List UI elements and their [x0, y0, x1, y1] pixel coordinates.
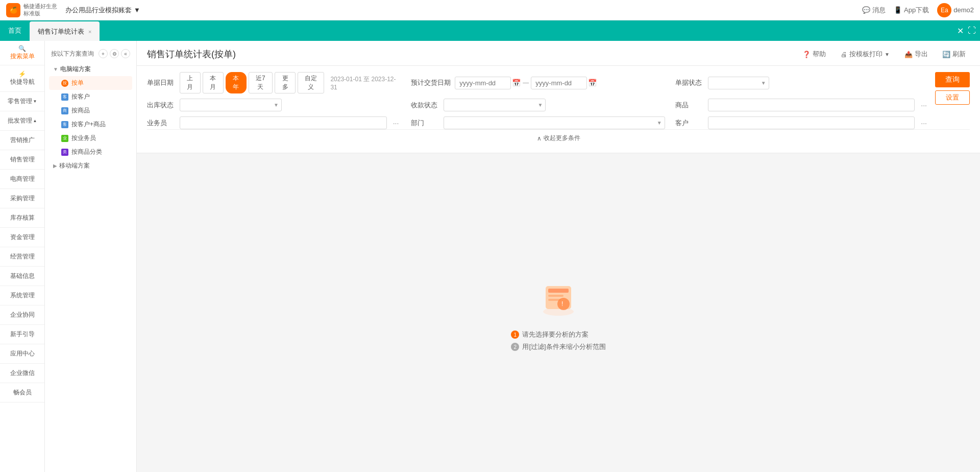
- payment-select[interactable]: [444, 99, 546, 111]
- query-button[interactable]: 查询: [935, 72, 970, 87]
- date-range-group: 上月 本月 本年 近7天 更多 自定义: [180, 72, 324, 93]
- help-button[interactable]: ❓ 帮助: [798, 48, 830, 61]
- sidebar: 🔍 搜索菜单 ⚡ 快捷导航 零售管理 批发管理 营销推广 销售管理 电商管理 采…: [0, 41, 45, 472]
- sidebar-item-sales[interactable]: 销售管理: [0, 150, 44, 170]
- date-input-group: 📅 — 📅: [455, 77, 597, 89]
- date-btn-more[interactable]: 更多: [275, 72, 296, 93]
- sidebar-item-retail[interactable]: 零售管理: [0, 92, 44, 111]
- print-button[interactable]: 🖨 按模板打印 ▼: [836, 47, 894, 61]
- svg-rect-2: [548, 289, 569, 293]
- sidebar-item-system[interactable]: 系统管理: [0, 286, 44, 305]
- date-btn-this-month[interactable]: 本月: [203, 72, 224, 93]
- department-label: 部门: [411, 119, 439, 128]
- expected-date-end[interactable]: [531, 77, 587, 89]
- tree-parent-pc[interactable]: ▼ 电脑端方案: [49, 62, 132, 76]
- collapse-bar[interactable]: ∧ 收起更多条件: [147, 129, 970, 147]
- sidebar-item-quicknav[interactable]: ⚡ 快捷导航: [0, 65, 44, 92]
- filter-status-section: 单据状态 ▼: [665, 77, 929, 89]
- sidebar-item-enterprise[interactable]: 企业协同: [0, 305, 44, 325]
- customer-more-button[interactable]: ···: [919, 119, 929, 127]
- salesperson-more-button[interactable]: ···: [391, 119, 401, 127]
- status-select[interactable]: [708, 77, 769, 89]
- tab-bar: 首页 销售订单统计表 × ✕ ⛶: [0, 20, 980, 41]
- date-btn-7days[interactable]: 近7天: [249, 72, 273, 93]
- salesperson-input[interactable]: [180, 116, 387, 129]
- tree-item-by-category[interactable]: 类 按商品分类: [49, 145, 132, 159]
- left-panel-icons: + ⚙ «: [99, 49, 130, 58]
- top-bar: 🍊 畅捷通好生意 标准版 办公用品行业模拟账套 ▼ 💬 消息 📱 App下载 E…: [0, 0, 980, 20]
- scheme-icon-customer: 客: [61, 93, 68, 101]
- tree-item-label: 按客户+商品: [71, 120, 106, 129]
- filter-delivery-section: 出库状态 ▼: [147, 99, 401, 111]
- delivery-select[interactable]: [180, 99, 282, 111]
- page-header-actions: ❓ 帮助 🖨 按模板打印 ▼ 📤 导出 🔄 刷新: [798, 47, 970, 61]
- tab-close-icon[interactable]: ×: [88, 29, 91, 35]
- expected-date-start[interactable]: [455, 77, 511, 89]
- print-dropdown-icon: ▼: [885, 52, 890, 57]
- collapse-panel-button[interactable]: «: [121, 49, 130, 58]
- add-scheme-button[interactable]: +: [99, 49, 108, 58]
- tree-collapse-icon: ▶: [53, 163, 57, 169]
- tree-item-label: 按业务员: [71, 134, 96, 143]
- date-btn-this-year[interactable]: 本年: [226, 72, 247, 93]
- calendar-icon-start[interactable]: 📅: [512, 79, 521, 87]
- tab-active[interactable]: 销售订单统计表 ×: [30, 21, 100, 42]
- sidebar-item-search[interactable]: 🔍 搜索菜单: [0, 41, 44, 65]
- calendar-icon-end[interactable]: 📅: [588, 79, 597, 87]
- settings-scheme-button[interactable]: ⚙: [110, 49, 119, 58]
- empty-icon: !: [533, 271, 584, 322]
- filter-row-2: 出库状态 ▼ 收款状态: [147, 99, 929, 111]
- sidebar-item-finance[interactable]: 资金管理: [0, 228, 44, 247]
- tree-item-by-salesperson[interactable]: 业 按业务员: [49, 131, 132, 145]
- sidebar-item-operations[interactable]: 经营管理: [0, 247, 44, 267]
- window-close-icon[interactable]: ✕: [957, 26, 964, 36]
- tree-item-by-order[interactable]: 按 按单: [49, 76, 132, 90]
- sidebar-item-appcenter[interactable]: 应用中心: [0, 344, 44, 364]
- filter-date-section: 单据日期 上月 本月 本年 近7天 更多 自定义 2023-01-01 至 20…: [147, 72, 401, 93]
- sidebar-item-basic[interactable]: 基础信息: [0, 267, 44, 286]
- sidebar-item-wechat[interactable]: 企业微信: [0, 364, 44, 383]
- sidebar-item-marketing[interactable]: 营销推广: [0, 131, 44, 150]
- tab-bar-right: ✕ ⛶: [957, 26, 980, 36]
- refresh-button[interactable]: 🔄 刷新: [938, 48, 970, 61]
- tab-home[interactable]: 首页: [0, 20, 30, 41]
- export-button[interactable]: 📤 导出: [900, 48, 932, 61]
- tree-item-label: 按商品分类: [71, 148, 102, 156]
- sidebar-item-inventory[interactable]: 库存核算: [0, 208, 44, 228]
- tree-item-by-customer-goods[interactable]: 客 按客户+商品: [49, 117, 132, 131]
- message-button[interactable]: 💬 消息: [862, 6, 886, 15]
- status-select-wrapper: ▼: [708, 77, 769, 89]
- tree-parent-mobile[interactable]: ▶ 移动端方案: [49, 159, 132, 173]
- tree-parent-label-pc: 电脑端方案: [60, 65, 91, 74]
- tree-item-by-goods[interactable]: 商 按商品: [49, 104, 132, 117]
- expected-date-label: 预计交货日期: [411, 78, 451, 87]
- sidebar-item-ecommerce[interactable]: 电商管理: [0, 170, 44, 189]
- user-menu[interactable]: Ea demo2: [937, 3, 974, 17]
- tree-item-by-customer[interactable]: 客 按客户: [49, 90, 132, 104]
- tip-number-1: 1: [511, 331, 519, 339]
- customer-label: 客户: [675, 119, 704, 128]
- settings-button[interactable]: 设置: [935, 90, 970, 105]
- tree-item-label: 按单: [71, 79, 84, 87]
- collapse-up-icon: ∧: [537, 135, 542, 142]
- window-maximize-icon[interactable]: ⛶: [968, 26, 976, 35]
- app-download-button[interactable]: 📱 App下载: [894, 6, 929, 15]
- page-title: 销售订单统计表(按单): [147, 48, 236, 60]
- message-icon: 💬: [862, 6, 870, 14]
- sidebar-item-wholesale[interactable]: 批发管理: [0, 111, 44, 131]
- date-btn-last-month[interactable]: 上月: [180, 72, 201, 93]
- tip-text-1: 请先选择要分析的方案: [522, 330, 589, 339]
- date-btn-custom[interactable]: 自定义: [298, 72, 324, 93]
- filter-action-buttons: 查询 设置: [935, 72, 970, 129]
- sidebar-item-purchase[interactable]: 采购管理: [0, 189, 44, 208]
- customer-input[interactable]: [708, 116, 915, 129]
- collapse-text: 收起更多条件: [544, 134, 580, 143]
- goods-more-button[interactable]: ···: [919, 101, 929, 109]
- department-select[interactable]: [444, 116, 665, 129]
- page-header: 销售订单统计表(按单) ❓ 帮助 🖨 按模板打印 ▼ 📤 导出: [137, 41, 980, 66]
- sidebar-item-member[interactable]: 畅会员: [0, 383, 44, 403]
- sidebar-item-newuser[interactable]: 新手引导: [0, 325, 44, 344]
- workspace-selector[interactable]: 办公用品行业模拟账套 ▼: [61, 4, 144, 17]
- logo-text: 畅捷通好生意 标准版: [23, 3, 57, 16]
- goods-input[interactable]: [708, 99, 915, 111]
